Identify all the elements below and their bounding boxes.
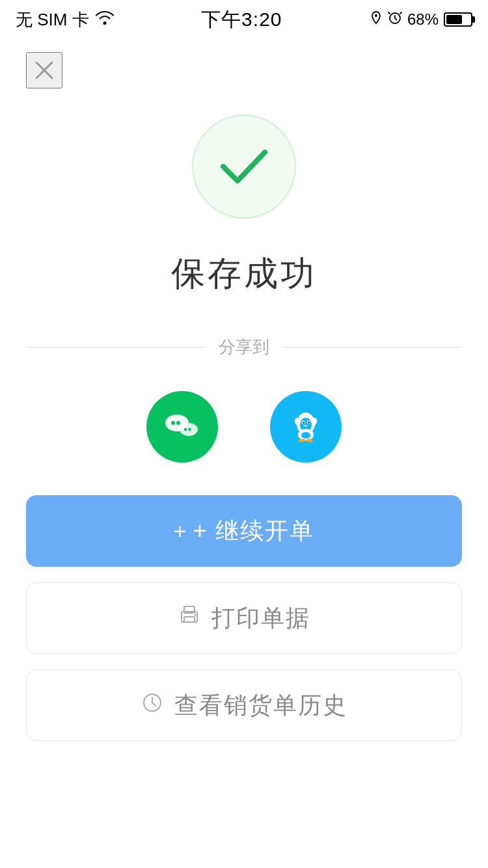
svg-point-17	[301, 432, 310, 439]
svg-point-25	[195, 614, 197, 616]
status-left: 无 SIM 卡	[16, 8, 114, 31]
status-time: 下午3:20	[201, 7, 282, 33]
plus-icon: +	[174, 519, 188, 544]
share-qq-button[interactable]	[270, 391, 342, 463]
share-divider-row: 分享到	[26, 336, 462, 359]
svg-point-6	[176, 421, 180, 425]
svg-point-8	[184, 428, 187, 431]
print-button[interactable]: 打印单据	[26, 582, 462, 654]
battery-icon	[444, 12, 472, 27]
print-label: 打印单据	[211, 603, 310, 634]
share-label: 分享到	[219, 336, 269, 359]
svg-point-0	[375, 14, 377, 17]
history-button[interactable]: 查看销货单历史	[26, 670, 462, 741]
page-content: 保存成功 分享到	[0, 39, 488, 780]
success-title: 保存成功	[171, 251, 317, 297]
close-button[interactable]	[26, 52, 62, 88]
svg-point-9	[188, 428, 191, 431]
divider-right	[282, 347, 462, 347]
divider-left	[26, 347, 206, 347]
no-sim-label: 无 SIM 卡	[16, 8, 89, 31]
share-icons-row	[26, 391, 462, 463]
close-icon	[33, 59, 56, 82]
qq-icon	[286, 407, 325, 446]
svg-point-15	[308, 422, 310, 424]
continue-label: + 继续开单	[193, 515, 314, 547]
action-buttons: + + 继续开单 打印单据 查看销货单历	[26, 495, 462, 741]
share-wechat-button[interactable]	[146, 391, 218, 463]
clock-icon	[141, 691, 164, 720]
svg-rect-24	[184, 617, 195, 622]
qq-circle	[270, 391, 342, 463]
share-section: 分享到	[26, 336, 462, 463]
success-circle	[192, 115, 296, 219]
success-area: 保存成功	[26, 115, 462, 297]
history-label: 查看销货单历史	[174, 690, 347, 722]
checkmark-icon	[218, 147, 270, 186]
print-icon	[178, 604, 201, 632]
alarm-icon	[388, 10, 402, 29]
wifi-icon	[96, 10, 114, 29]
wechat-icon	[161, 406, 203, 448]
continue-button[interactable]: + + 继续开单	[26, 495, 462, 567]
svg-point-14	[303, 422, 305, 424]
status-bar: 无 SIM 卡 下午3:20 68%	[0, 0, 488, 39]
battery-percent: 68%	[407, 10, 439, 29]
wechat-circle	[146, 391, 218, 463]
location-icon	[370, 10, 383, 29]
status-right: 68%	[370, 10, 472, 29]
svg-point-5	[171, 421, 175, 425]
